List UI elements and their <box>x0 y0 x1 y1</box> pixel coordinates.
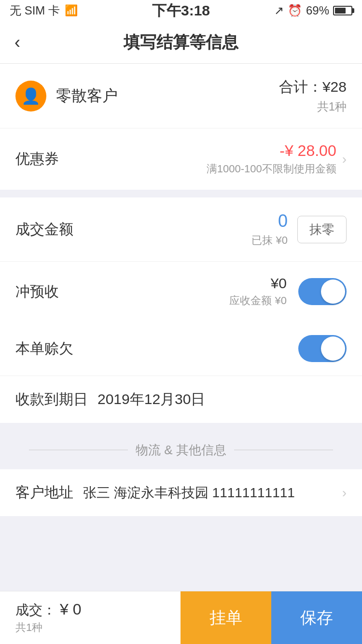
status-left: 无 SIM 卡 📶 <box>10 3 78 18</box>
toggle-knob <box>321 280 345 304</box>
customer-name: 零散客户 <box>56 85 118 107</box>
address-label: 客户地址 <box>15 483 73 503</box>
nav-bar: ‹ 填写结算等信息 <box>0 21 362 64</box>
debt-toggle-knob <box>321 336 345 361</box>
avatar-icon: 👤 <box>21 87 41 105</box>
prereceive-row: 冲预收 ¥0 应收金额 ¥0 <box>0 261 362 322</box>
back-button[interactable]: ‹ <box>14 32 20 53</box>
location-icon: ↗ <box>274 4 284 17</box>
main-content: 👤 零散客户 合计：¥28 共1种 优惠券 -¥ 28.00 满1000-100… <box>0 64 362 582</box>
coupon-label: 优惠券 <box>15 149 59 169</box>
duedate-label: 收款到期日 <box>15 390 88 409</box>
logistics-label: 物流 & 其他信息 <box>128 442 234 459</box>
coupon-desc: 满1000-100不限制使用金额 <box>207 162 336 176</box>
bottom-summary: 成交： ¥ 0 共1种 <box>0 591 181 644</box>
coupon-value-wrap: -¥ 28.00 满1000-100不限制使用金额 <box>207 142 336 176</box>
battery-percent: 69% <box>306 4 329 17</box>
avatar: 👤 <box>15 81 46 112</box>
status-right: ↗ ⏰ 69% <box>274 4 352 17</box>
debt-label: 本单赊欠 <box>15 339 73 359</box>
status-time: 下午3:18 <box>152 1 210 21</box>
transaction-sub: 已抹 ¥0 <box>251 233 288 248</box>
logistics-section: 物流 & 其他信息 <box>0 431 362 469</box>
duedate-row: 收款到期日 2019年12月30日 <box>0 376 362 423</box>
coupon-row[interactable]: 优惠券 -¥ 28.00 满1000-100不限制使用金额 › <box>0 128 362 190</box>
duedate-value: 2019年12月30日 <box>97 390 205 409</box>
coupon-chevron-icon: › <box>342 152 347 167</box>
address-value: 张三 海淀永丰科技园 11111111111 <box>83 484 342 502</box>
bottom-summary-amount: ¥ 0 <box>60 601 81 618</box>
round-zero-button[interactable]: 抹零 <box>297 216 347 243</box>
customer-row: 👤 零散客户 合计：¥28 共1种 <box>0 64 362 128</box>
prereceive-sub: 应收金额 ¥0 <box>229 294 287 308</box>
address-section: 客户地址 张三 海淀永丰科技园 11111111111 › <box>0 469 362 516</box>
bottom-bar: 成交： ¥ 0 共1种 挂单 保存 <box>0 591 362 644</box>
transaction-amount: 0 <box>251 211 288 231</box>
battery-icon <box>333 6 352 15</box>
customer-total: 合计：¥28 <box>279 77 347 97</box>
prereceive-right: ¥0 应收金额 ¥0 <box>229 275 347 308</box>
prereceive-amount: ¥0 <box>229 275 287 292</box>
customer-right: 合计：¥28 共1种 <box>279 77 347 114</box>
address-row[interactable]: 客户地址 张三 海淀永丰科技园 11111111111 › <box>0 469 362 516</box>
status-bar: 无 SIM 卡 📶 下午3:18 ↗ ⏰ 69% <box>0 0 362 21</box>
prereceive-label: 冲预收 <box>15 282 59 302</box>
bottom-summary-count: 共1种 <box>15 620 165 635</box>
wifi-icon: 📶 <box>65 4 78 17</box>
address-chevron-icon: › <box>342 485 347 501</box>
prereceive-amount-wrap: ¥0 应收金额 ¥0 <box>229 275 287 308</box>
prereceive-toggle[interactable] <box>298 278 347 305</box>
alarm-icon: ⏰ <box>288 4 302 17</box>
coupon-amount: -¥ 28.00 <box>207 142 336 160</box>
debt-row: 本单赊欠 <box>0 322 362 376</box>
transaction-right: 0 已抹 ¥0 抹零 <box>251 211 347 248</box>
carrier-text: 无 SIM 卡 <box>10 3 60 18</box>
transaction-section: 成交金额 0 已抹 ¥0 抹零 冲预收 ¥0 应收金额 ¥0 <box>0 197 362 322</box>
transaction-amount-wrap: 0 已抹 ¥0 <box>251 211 288 248</box>
bottom-summary-title: 成交： <box>15 601 56 619</box>
transaction-row: 成交金额 0 已抹 ¥0 抹零 <box>0 197 362 261</box>
hold-button[interactable]: 挂单 <box>181 591 271 644</box>
customer-section: 👤 零散客户 合计：¥28 共1种 优惠券 -¥ 28.00 满1000-100… <box>0 64 362 190</box>
debt-section: 本单赊欠 收款到期日 2019年12月30日 <box>0 322 362 423</box>
debt-toggle[interactable] <box>298 335 347 362</box>
page-title: 填写结算等信息 <box>124 31 238 54</box>
customer-count: 共1种 <box>279 99 347 114</box>
coupon-right: -¥ 28.00 满1000-100不限制使用金额 › <box>207 142 347 176</box>
save-button[interactable]: 保存 <box>271 591 362 644</box>
transaction-label: 成交金额 <box>15 220 73 239</box>
customer-left: 👤 零散客户 <box>15 81 118 112</box>
